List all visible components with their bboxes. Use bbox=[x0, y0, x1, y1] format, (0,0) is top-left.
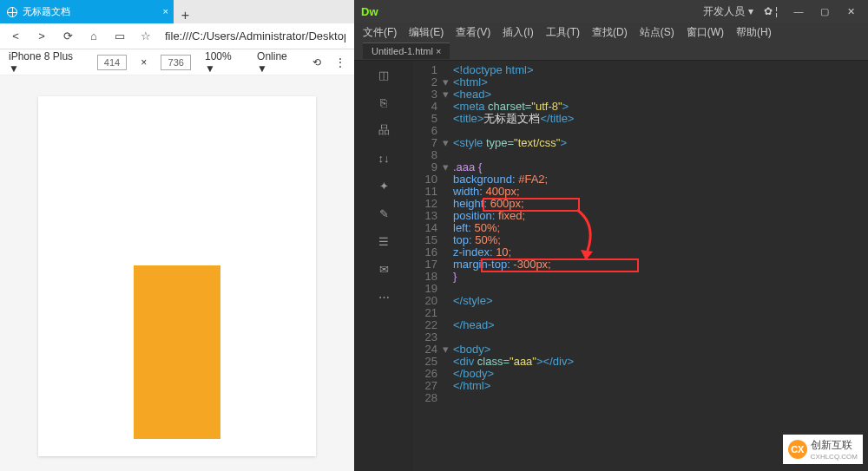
new-tab-button[interactable]: + bbox=[174, 8, 197, 23]
menu-help[interactable]: 帮助(H) bbox=[736, 25, 772, 40]
highlight-box-1 bbox=[483, 198, 580, 212]
browser-tab[interactable]: 无标题文档 × bbox=[0, 0, 174, 23]
menu-insert[interactable]: 插入(I) bbox=[503, 25, 533, 40]
minimize-button[interactable]: — bbox=[788, 3, 809, 19]
highlight-box-2 bbox=[481, 258, 639, 272]
menu-file[interactable]: 文件(F) bbox=[363, 25, 397, 40]
more-tools-icon[interactable]: ⋯ bbox=[375, 288, 392, 305]
online-select[interactable]: Online ▼ bbox=[257, 50, 299, 75]
tool-gutter: ◫ ⎘ 品 ↕↓ ✦ ✎ ☰ ✉ ⋯ bbox=[354, 61, 413, 471]
menu-tools[interactable]: 工具(T) bbox=[546, 25, 580, 40]
width-input[interactable]: 414 bbox=[97, 55, 128, 70]
browser-window: 无标题文档 × + < > ⟳ ⌂ ▭ ☆ file:///C:/Users/A… bbox=[0, 0, 354, 471]
watermark: CX 创新互联 CXHLCQ.COM bbox=[783, 435, 863, 464]
address-bar: < > ⟳ ⌂ ▭ ☆ file:///C:/Users/Administrat… bbox=[0, 23, 354, 49]
close-button[interactable]: ✕ bbox=[840, 3, 861, 19]
workspace-select[interactable]: 开发人员 ▾ bbox=[703, 4, 753, 19]
devtools-bar: iPhone 8 Plus ▼ 414 × 736 100% ▼ Online … bbox=[0, 49, 354, 75]
tab-title: 无标题文档 bbox=[23, 5, 70, 18]
arrow-annotation bbox=[572, 208, 607, 264]
dim-sep: × bbox=[141, 56, 147, 69]
star-button[interactable]: ☆ bbox=[139, 29, 153, 43]
browser-viewport bbox=[0, 75, 354, 471]
dreamweaver-window: Dw 开发人员 ▾ ✿ ¦ — ▢ ✕ 文件(F) 编辑(E) 查看(V) 插入… bbox=[354, 0, 868, 471]
watermark-sub: CXHLCQ.COM bbox=[811, 453, 858, 461]
dw-titlebar: Dw 开发人员 ▾ ✿ ¦ — ▢ ✕ bbox=[354, 0, 868, 23]
menu-edit[interactable]: 编辑(E) bbox=[409, 25, 444, 40]
zoom-select[interactable]: 100% ▼ bbox=[205, 50, 243, 75]
reload-button[interactable]: ⟳ bbox=[61, 29, 75, 43]
aaa-div bbox=[134, 265, 220, 439]
back-button[interactable]: < bbox=[9, 29, 23, 43]
home-button[interactable]: ⌂ bbox=[87, 29, 101, 43]
comment-icon[interactable]: ☰ bbox=[375, 232, 392, 250]
menu-window[interactable]: 窗口(W) bbox=[687, 25, 724, 40]
files-icon[interactable]: ⎘ bbox=[375, 94, 392, 111]
menu-site[interactable]: 站点(S) bbox=[640, 25, 674, 40]
rotate-button[interactable]: ⟲ bbox=[312, 56, 321, 69]
menu-view[interactable]: 查看(V) bbox=[456, 25, 490, 40]
url-text[interactable]: file:///C:/Users/Administrator/Desktop/新 bbox=[165, 29, 345, 44]
more-button[interactable]: ⋮ bbox=[335, 56, 345, 69]
close-tab-icon[interactable]: × bbox=[163, 6, 168, 16]
hierarchy-icon[interactable]: 品 bbox=[375, 121, 392, 139]
menu-find[interactable]: 查找(D) bbox=[592, 25, 628, 40]
height-input[interactable]: 736 bbox=[161, 55, 191, 70]
wand-icon[interactable]: ✦ bbox=[375, 177, 392, 194]
forward-button[interactable]: > bbox=[35, 29, 49, 43]
sync-icon[interactable]: ✿ ¦ bbox=[764, 5, 778, 17]
reader-button[interactable]: ▭ bbox=[113, 29, 127, 43]
brush-icon[interactable]: ✎ bbox=[375, 205, 392, 222]
file-tabs: Untitled-1.html × bbox=[354, 42, 868, 61]
rendered-page bbox=[38, 96, 316, 456]
chat-icon[interactable]: ✉ bbox=[375, 260, 392, 278]
dw-menubar: 文件(F) 编辑(E) 查看(V) 插入(I) 工具(T) 查找(D) 站点(S… bbox=[354, 23, 868, 42]
code-editor[interactable]: 1 <!doctype html> 2▾ <html> 3▾ <head> 4 … bbox=[413, 61, 868, 471]
device-select[interactable]: iPhone 8 Plus ▼ bbox=[9, 50, 83, 75]
dw-logo-icon: Dw bbox=[361, 5, 378, 18]
globe-icon bbox=[7, 7, 17, 17]
browser-tabbar: 无标题文档 × + bbox=[0, 0, 354, 23]
file-tab-active[interactable]: Untitled-1.html × bbox=[363, 43, 450, 59]
wrap-icon[interactable]: ↕↓ bbox=[375, 149, 392, 167]
split-icon[interactable]: ◫ bbox=[375, 66, 392, 83]
watermark-brand: 创新互联 bbox=[811, 438, 858, 453]
maximize-button[interactable]: ▢ bbox=[814, 3, 835, 19]
watermark-logo-icon: CX bbox=[788, 440, 807, 459]
